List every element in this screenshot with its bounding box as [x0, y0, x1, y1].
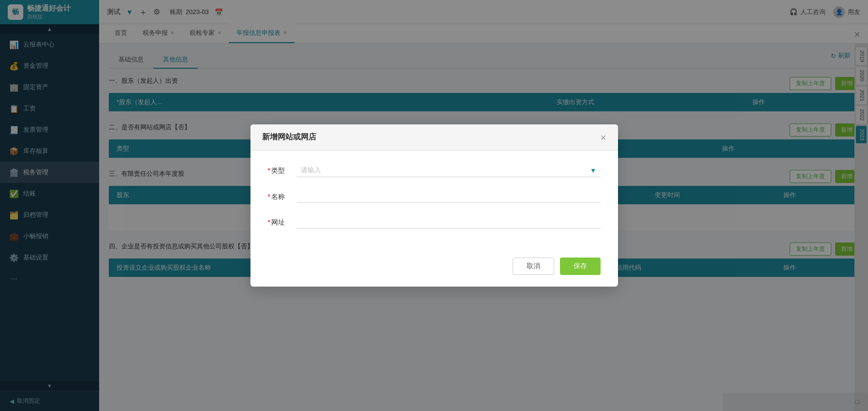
url-label: *网址: [268, 218, 297, 227]
type-label: *类型: [268, 167, 297, 175]
form-row-url: *网址: [268, 216, 601, 228]
modal-add-website: 新增网站或网店 × *类型 请输入 ▼ *名称: [250, 124, 618, 287]
modal-body: *类型 请输入 ▼ *名称 *网址: [250, 151, 618, 250]
modal-footer: 取消 保存: [250, 250, 618, 287]
required-star-type: *: [268, 167, 270, 174]
name-input[interactable]: [297, 191, 601, 203]
type-placeholder: 请输入: [301, 166, 590, 175]
type-select[interactable]: 请输入 ▼: [297, 164, 601, 177]
cancel-button[interactable]: 取消: [513, 258, 554, 275]
modal-header: 新增网站或网店 ×: [250, 124, 618, 151]
required-star-url: *: [268, 218, 270, 226]
modal-close-button[interactable]: ×: [601, 133, 606, 142]
form-row-type: *类型 请输入 ▼: [268, 164, 601, 177]
save-button[interactable]: 保存: [560, 258, 601, 275]
select-arrow-icon: ▼: [590, 167, 597, 174]
modal-overlay: 新增网站或网店 × *类型 请输入 ▼ *名称: [0, 0, 868, 411]
modal-title: 新增网站或网店: [262, 132, 316, 142]
url-input[interactable]: [297, 216, 601, 228]
name-label: *名称: [268, 193, 297, 201]
form-row-name: *名称: [268, 191, 601, 203]
required-star-name: *: [268, 193, 270, 200]
